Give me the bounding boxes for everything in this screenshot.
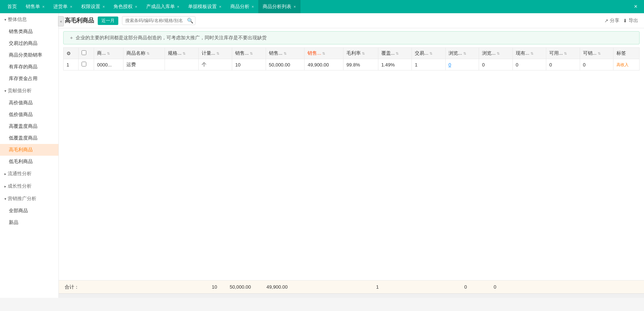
table-container[interactable]: ⚙ 商...⇅ 商品名称⇅ 规格...⇅ 计量...⇅ 销售...⇅ 销售...… [59,47,644,280]
sidebar-item-sales-goods[interactable]: 销售类商品 [0,26,58,37]
nav-tab-product-entry[interactable]: 产成品入库单 × [142,0,184,13]
sidebar-item-stock-capital[interactable]: 库存资金占用 [0,73,58,84]
close-template-tab[interactable]: × [219,4,221,9]
row-unit: 个 [198,59,232,70]
sidebar-item-high-margin[interactable]: 高毛利商品 [0,144,58,156]
sidebar-group-marketing[interactable]: ▾ 营销推广分析 [0,192,58,205]
nav-tab-permissions[interactable]: 权限设置 × [77,0,109,13]
col-coverage[interactable]: 覆盖...⇅ [378,48,412,59]
nav-tab-roles-label: 角色授权 [114,3,133,10]
row-coverage: 1.49% [378,59,412,70]
group-arrow-marketing: ▾ [4,197,6,201]
nav-tab-permissions-label: 权限设置 [81,3,100,10]
collapse-sidebar-button[interactable]: « [58,16,64,26]
sidebar-item-category-rate[interactable]: 商品分类助销率 [0,49,58,61]
nav-tab-home[interactable]: 首页 [3,0,21,13]
group-arrow-growth: ▸ [4,184,6,188]
sidebar-item-new-goods[interactable]: 新品 [0,217,58,228]
content-header: 高毛利商品 近一月 🔍 ↗ 分享 ⬇ 导出 [59,13,644,28]
close-analysis-tab[interactable]: × [252,4,254,9]
footer-sales-cost: 49,900.00 [254,284,291,290]
col-sales-qty[interactable]: 销售...⇅ [232,48,266,59]
nav-tab-purchase[interactable]: 进货单 × [49,0,76,13]
group-label-overall: 整体信息 [8,16,27,23]
share-label: 分享 [610,17,619,24]
nav-tab-sales-label: 销售单 [26,3,40,10]
close-product-entry-tab[interactable]: × [177,4,179,9]
search-input[interactable] [122,16,195,25]
sidebar-item-high-value[interactable]: 高价值商品 [0,97,58,109]
row-views1[interactable]: 0 [445,59,479,70]
sidebar-item-low-value[interactable]: 低价值商品 [0,109,58,120]
table-footer: 合计： 10 50,000.00 49,900.00 1 0 0 [59,280,644,293]
select-all-checkbox[interactable] [82,50,86,55]
col-sales-amt[interactable]: 销售...⇅ [266,48,305,59]
window-close-button[interactable]: × [630,3,641,10]
row-views2: 0 [479,59,513,70]
sidebar: ▾ 整体信息 销售类商品 交易过的商品 商品分类助销率 有库存的商品 库存资金占… [0,13,59,298]
sidebar-group-growth[interactable]: ▸ 成长性分析 [0,180,58,192]
sidebar-item-stocked-goods[interactable]: 有库存的商品 [0,61,58,73]
nav-tab-template[interactable]: 单据模板设置 × [184,0,226,13]
sidebar-item-low-margin[interactable]: 低毛利商品 [0,156,58,167]
sidebar-item-high-coverage[interactable]: 高覆盖度商品 [0,120,58,132]
group-label-growth: 成长性分析 [8,183,32,189]
search-container: 🔍 [122,16,195,25]
table-header-row: ⚙ 商...⇅ 商品名称⇅ 规格...⇅ 计量...⇅ 销售...⇅ 销售...… [64,48,640,59]
col-tag: 标签 [614,48,640,59]
row-code: 0000... [94,59,123,70]
col-transactions[interactable]: 交易...⇅ [412,48,446,59]
notice-icon: ✦ [69,35,73,41]
sidebar-item-traded-goods[interactable]: 交易过的商品 [0,37,58,49]
nav-tab-sales[interactable]: 销售单 × [21,0,49,13]
group-arrow-circulation: ▸ [4,172,6,176]
col-sellable[interactable]: 可销...⇅ [580,48,614,59]
col-current-stock[interactable]: 现有...⇅ [512,48,546,59]
content-area: 高毛利商品 近一月 🔍 ↗ 分享 ⬇ 导出 ✦ 企业的主要的利润都是这部分商品创… [59,13,644,298]
close-roles-tab[interactable]: × [135,4,137,9]
search-icon-button[interactable]: 🔍 [187,18,193,23]
export-button[interactable]: ⬇ 导出 [623,17,638,24]
top-navigation: 首页 销售单 × 进货单 × 权限设置 × 角色授权 × 产成品入库单 × 单据… [0,0,644,13]
col-code[interactable]: 商...⇅ [94,48,123,59]
col-available[interactable]: 可用...⇅ [546,48,580,59]
row-available: 0 [546,59,580,70]
row-checkbox[interactable] [78,59,94,70]
share-button[interactable]: ↗ 分享 [604,17,619,24]
sidebar-item-all-goods[interactable]: 全部商品 [0,205,58,217]
sidebar-group-overall[interactable]: ▾ 整体信息 [0,13,58,26]
col-gross-margin[interactable]: 毛利率⇅ [343,48,378,59]
table-row: 1 0000... 运费 个 10 50,000.00 49,900.00 99… [64,59,640,70]
footer-label: 合计： [65,284,79,290]
col-views2[interactable]: 浏览...⇅ [479,48,513,59]
col-sales-cost[interactable]: 销售...⇅ [305,48,343,59]
col-settings[interactable]: ⚙ [64,48,79,59]
close-analysis-list-tab[interactable]: × [294,4,296,9]
sidebar-group-circulation[interactable]: ▸ 流通性分析 [0,167,58,180]
col-name[interactable]: 商品名称⇅ [123,48,165,59]
nav-tab-roles[interactable]: 角色授权 × [109,0,141,13]
close-sales-tab[interactable]: × [42,4,44,9]
col-unit[interactable]: 计量...⇅ [198,48,232,59]
col-views1[interactable]: 浏览...⇅ [445,48,479,59]
sidebar-item-low-coverage[interactable]: 低覆盖度商品 [0,132,58,144]
nav-tab-purchase-label: 进货单 [53,3,68,10]
close-permissions-tab[interactable]: × [102,4,105,9]
notice-text: 企业的主要的利润都是这部分商品创造的，可考虑加大推广，同时关注库存是不要出现缺货 [76,35,267,41]
nav-tab-home-label: 首页 [7,3,17,10]
row-gross-margin: 99.8% [343,59,378,70]
close-purchase-tab[interactable]: × [70,4,72,9]
col-spec[interactable]: 规格...⇅ [165,48,199,59]
col-checkbox[interactable] [78,48,94,59]
nav-tab-analysis-list[interactable]: 商品分析列表 × [258,0,300,13]
sidebar-group-contribution[interactable]: ▾ 贡献值分析 [0,84,58,97]
group-arrow-contribution: ▾ [4,89,6,93]
nav-tab-template-label: 单据模板设置 [188,3,217,10]
nav-tab-analysis-label: 商品分析 [230,3,249,10]
row-tag: 高收入 [614,59,640,70]
row-sellable: 0 [580,59,614,70]
horizontal-scrollbar[interactable] [59,293,644,298]
nav-tab-analysis[interactable]: 商品分析 × [226,0,258,13]
filter-recent-month-button[interactable]: 近一月 [98,17,118,25]
share-icon: ↗ [604,18,608,23]
